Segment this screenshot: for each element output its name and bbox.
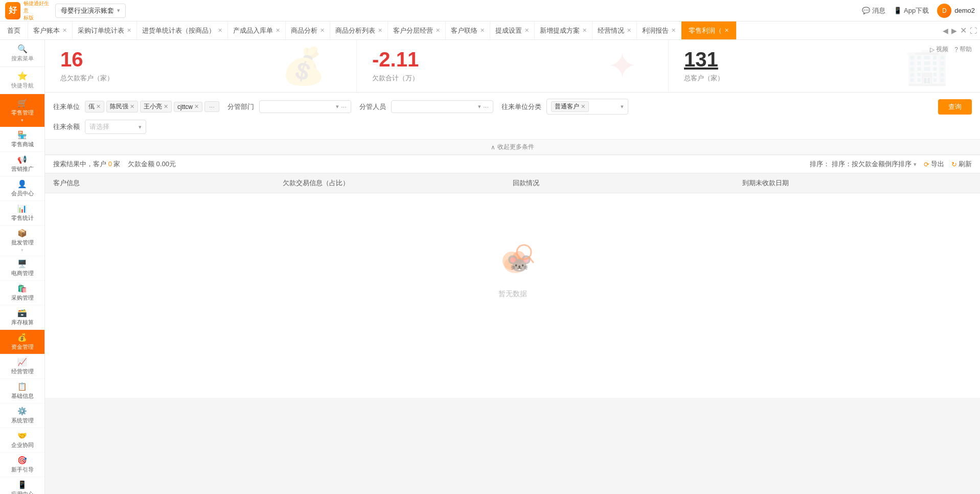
collapse-bar[interactable]: ∧ 收起更多条件 — [45, 139, 980, 154]
remove-tag-icon[interactable]: ✕ — [130, 103, 134, 110]
refresh-icon: ↻ — [951, 161, 957, 168]
close-icon[interactable]: ✕ — [480, 27, 485, 34]
sidebar-item-app-center[interactable]: 📱 应用中心 — [0, 477, 44, 494]
filter-tag-4[interactable]: cjttcw ✕ — [174, 102, 202, 112]
tab-profit-report[interactable]: 利润报告 ✕ — [637, 21, 681, 40]
empty-text: 暂无数据 — [498, 289, 527, 299]
filter-person-select[interactable]: ▾ ··· — [391, 100, 493, 113]
close-icon[interactable]: ✕ — [627, 27, 631, 34]
sidebar-item-label: 库存核算 — [11, 319, 34, 326]
close-icon[interactable]: ✕ — [582, 27, 587, 34]
close-icon[interactable]: ✕ — [671, 27, 676, 34]
sidebar-item-new-guide[interactable]: 🎯 新手引导 — [0, 453, 44, 477]
remove-tag-icon[interactable]: ✕ — [164, 103, 168, 110]
close-icon[interactable]: ✕ — [378, 27, 382, 34]
sidebar-item-operations-mgmt[interactable]: 📈 经营管理 — [0, 354, 44, 379]
sidebar-item-retail-mgmt[interactable]: 🛒 零售管理 ▾ — [0, 94, 44, 127]
close-icon[interactable]: ✕ — [436, 27, 440, 34]
wholesale-icon: 📦 — [17, 229, 27, 238]
sidebar-quick-nav[interactable]: ⭐ 快捷导航 — [0, 67, 44, 94]
tab-product-analysis[interactable]: 商品分析 ✕ — [286, 21, 330, 40]
nav-tabs-bar: 首页 客户账本 ✕ 采购订单统计表 ✕ 进货单统计表（按商品） ✕ 产成品入库单… — [0, 21, 980, 40]
tab-business-status[interactable]: 经营情况 ✕ — [592, 21, 637, 40]
filter-dots-icon: ··· — [341, 103, 347, 110]
sidebar-item-label: 经营管理 — [11, 368, 34, 375]
filter-tag-more[interactable]: ··· — [204, 101, 219, 112]
messages-btn[interactable]: 💬 消息 — [862, 6, 885, 15]
remove-tag-icon[interactable]: ✕ — [96, 103, 101, 110]
export-btn[interactable]: ⟳ 导出 — [924, 160, 944, 169]
expand-icon[interactable]: ⛶ — [970, 27, 977, 35]
retail-mgmt-icon: 🛒 — [17, 98, 28, 108]
chevron-down-icon: ▾ — [21, 118, 24, 123]
tab-promotion-settings[interactable]: 提成设置 ✕ — [490, 21, 535, 40]
close-icon[interactable]: ✕ — [62, 27, 67, 34]
close-icon[interactable]: ✕ — [724, 27, 729, 34]
tab-product-analysis-list[interactable]: 商品分析列表 ✕ — [330, 21, 388, 40]
tab-new-promotion-plan[interactable]: 新增提成方案 ✕ — [535, 21, 592, 40]
sidebar-item-marketing[interactable]: 📢 营销推广 — [0, 152, 44, 176]
cooperation-icon: 🤝 — [17, 431, 27, 440]
question-icon: ? — [954, 46, 958, 53]
filter-tag-3[interactable]: 王小亮 ✕ — [140, 101, 172, 113]
tab-purchase-stats-by-product[interactable]: 进货单统计表（按商品） ✕ — [137, 21, 228, 40]
filter-dept-label: 分管部门 — [227, 102, 254, 111]
sidebar-item-retail-mall[interactable]: 🏪 零售商城 — [0, 127, 44, 152]
prev-tabs-icon[interactable]: ◀ — [943, 27, 948, 35]
sidebar-item-member-center[interactable]: 👤 会员中心 — [0, 176, 44, 201]
tab-home[interactable]: 首页 — [0, 21, 28, 40]
sidebar-item-label: 资金管理 — [11, 343, 34, 351]
filter-tag-2[interactable]: 陈民强 ✕ — [106, 101, 138, 113]
sidebar-item-purchase-mgmt[interactable]: 🛍️ 采购管理 — [0, 281, 44, 305]
close-icon[interactable]: ✕ — [276, 27, 280, 34]
filter-dept-select[interactable]: ▾ ··· — [259, 100, 351, 113]
close-all-tabs-icon[interactable]: ✕ — [960, 26, 967, 35]
sidebar-item-ecommerce-mgmt[interactable]: 🖥️ 电商管理 — [0, 256, 44, 281]
filter-tag-1[interactable]: 佤 ✕ — [85, 101, 104, 113]
unit-type-tag-selected[interactable]: 普通客户 ✕ — [551, 101, 589, 112]
tab-customer-contact[interactable]: 客户联络 ✕ — [446, 21, 490, 40]
close-icon[interactable]: ✕ — [218, 27, 222, 34]
refresh-btn[interactable]: ↻ 刷新 — [951, 160, 972, 169]
mall-icon: 🏪 — [17, 130, 27, 140]
inventory-icon: 🗃️ — [17, 308, 27, 318]
result-bar: 搜索结果中，客户 0 家 欠款金额 0.00元 排序： 排序：按欠款金额倒序排序… — [45, 155, 980, 173]
sidebar-search[interactable]: 🔍 搜索菜单 — [0, 40, 44, 67]
sort-select[interactable]: 排序： 排序：按欠款金额倒序排序 ▾ — [810, 160, 917, 169]
card-bg-icon: 💰 — [281, 45, 326, 87]
remove-tag-icon[interactable]: ✕ — [194, 103, 199, 110]
help-btn[interactable]: ? 帮助 — [954, 45, 972, 54]
tab-purchase-order-stats[interactable]: 采购订单统计表 ✕ — [73, 21, 137, 40]
user-profile[interactable]: D demo2 — [937, 4, 975, 18]
video-help-btn[interactable]: ▷ 视频 — [930, 45, 948, 54]
sidebar-item-label: 系统管理 — [11, 417, 34, 424]
remove-tag-icon[interactable]: ✕ — [581, 103, 585, 110]
tab-product-cost-stock[interactable]: 产成品入库单 ✕ — [228, 21, 286, 40]
tab-customer-segmentation[interactable]: 客户分层经营 ✕ — [388, 21, 446, 40]
close-icon[interactable]: ✕ — [525, 27, 529, 34]
collapse-up-icon: ∧ — [491, 144, 495, 151]
sidebar-item-wholesale-mgmt[interactable]: 📦 批发管理 ▾ — [0, 226, 44, 256]
sidebar-item-label: 采购管理 — [11, 294, 34, 302]
sidebar-item-inventory-check[interactable]: 🗃️ 库存核算 — [0, 305, 44, 330]
query-btn[interactable]: 查询 — [938, 99, 972, 115]
sidebar-item-enterprise-cooperation[interactable]: 🤝 企业协同 — [0, 428, 44, 453]
app-download-btn[interactable]: 📱 App下载 — [894, 6, 929, 15]
topbar: 好 畅捷通好生意 标版 母婴行业演示账套 ▾ 💬 消息 📱 App下载 D de… — [0, 0, 980, 21]
tab-retail-profit[interactable]: 零售利润（ ✕ — [681, 21, 737, 40]
close-icon[interactable]: ✕ — [320, 27, 325, 34]
tab-customer-book[interactable]: 客户账本 ✕ — [28, 21, 73, 40]
sidebar-item-finance-mgmt[interactable]: 💰 资金管理 — [0, 330, 44, 354]
sidebar-item-system-mgmt[interactable]: ⚙️ 系统管理 — [0, 403, 44, 428]
close-icon[interactable]: ✕ — [127, 27, 131, 34]
filter-balance-select[interactable]: 请选择 ▾ — [85, 120, 146, 134]
result-text: 搜索结果中，客户 0 家 欠款金额 0.00元 — [53, 160, 176, 169]
sidebar-search-label: 搜索菜单 — [11, 55, 34, 62]
sidebar-item-retail-stats[interactable]: 📊 零售统计 — [0, 201, 44, 226]
sidebar-item-basic-info[interactable]: 📋 基础信息 — [0, 379, 44, 403]
sidebar-quick-nav-label: 快捷导航 — [11, 82, 34, 89]
account-selector[interactable]: 母婴行业演示账套 ▾ — [55, 4, 126, 18]
filter-unit-type-select[interactable]: 普通客户 ✕ ▾ — [546, 99, 628, 115]
sidebar-item-label: 企业协同 — [11, 441, 34, 449]
next-tabs-icon[interactable]: ▶ — [951, 27, 957, 35]
